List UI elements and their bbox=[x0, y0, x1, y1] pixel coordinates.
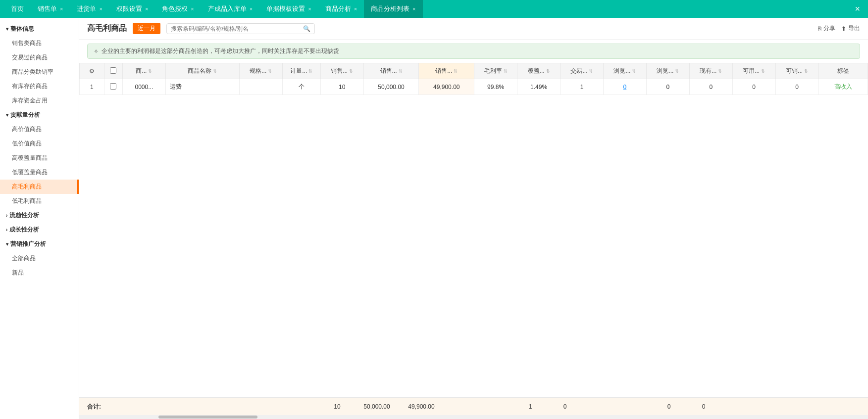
sidebar-group-contribution[interactable]: ▾ 贡献量分析 bbox=[0, 108, 79, 122]
col-header-code-label: 商... bbox=[136, 67, 147, 75]
col-header-browse1[interactable]: 浏览... ⇅ bbox=[603, 63, 646, 79]
cell-num: 1 bbox=[80, 79, 104, 95]
col-header-unit[interactable]: 计量... ⇅ bbox=[282, 63, 320, 79]
nav-purchase[interactable]: 进货单 × bbox=[70, 0, 109, 18]
export-icon: ⬆ bbox=[841, 25, 846, 32]
footer-sales-amt: 50,000.00 bbox=[355, 403, 399, 410]
content-area: 高毛利商品 近一月 🔍 ⎘ 分享 ⬆ 导出 ✧ 企业的主要的利润都是这部分商品创… bbox=[79, 18, 868, 419]
nav-home[interactable]: 首页 bbox=[4, 0, 31, 18]
nav-permissions[interactable]: 权限设置 × bbox=[109, 0, 155, 18]
search-box: 🔍 bbox=[166, 23, 315, 34]
content-header: 高毛利商品 近一月 🔍 ⎘ 分享 ⬆ 导出 bbox=[79, 18, 868, 40]
arrow-trend: › bbox=[6, 213, 7, 218]
nav-close-permissions[interactable]: × bbox=[145, 6, 148, 12]
sort-spec-icon: ⇅ bbox=[268, 69, 272, 74]
sort-code-icon: ⇅ bbox=[148, 69, 152, 74]
col-header-name[interactable]: 商品名称 ⇅ bbox=[165, 63, 239, 79]
sidebar-item-sales-goods[interactable]: 销售类商品 bbox=[0, 36, 79, 50]
cell-stock: 0 bbox=[689, 79, 732, 95]
sidebar-item-all-goods[interactable]: 全部商品 bbox=[0, 251, 79, 266]
col-header-sales-amt-label: 销售... bbox=[380, 67, 397, 75]
bottom-scrollbar[interactable] bbox=[79, 415, 868, 419]
sidebar-item-stocked-goods[interactable]: 有库存的商品 bbox=[0, 79, 79, 93]
sidebar-item-stock-capital[interactable]: 库存资金占用 bbox=[0, 93, 79, 108]
col-header-gross-rate[interactable]: 毛利率 ⇅ bbox=[474, 63, 517, 79]
cell-tag: 高收入 bbox=[818, 79, 868, 95]
cell-browse1[interactable]: 0 bbox=[603, 79, 646, 95]
col-header-tag[interactable]: 标签 bbox=[818, 63, 868, 79]
nav-close-sales[interactable]: × bbox=[60, 6, 63, 12]
sort-sales-amt-icon: ⇅ bbox=[399, 69, 403, 74]
footer-bar: 合计: 10 50,000.00 49,900.00 1 0 0 0 bbox=[79, 397, 868, 415]
footer-available: 0 bbox=[652, 403, 686, 410]
export-button[interactable]: ⬆ 导出 bbox=[841, 24, 860, 33]
search-icon[interactable]: 🔍 bbox=[303, 25, 310, 32]
col-header-stock[interactable]: 现有... ⇅ bbox=[689, 63, 732, 79]
cell-unit: 个 bbox=[282, 79, 320, 95]
sidebar: ▾ 整体信息 销售类商品 交易过的商品 商品分类助销率 有库存的商品 库存资金占… bbox=[0, 18, 79, 419]
main-layout: ▾ 整体信息 销售类商品 交易过的商品 商品分类助销率 有库存的商品 库存资金占… bbox=[0, 18, 868, 419]
sidebar-item-traded-goods[interactable]: 交易过的商品 bbox=[0, 50, 79, 65]
sort-stock-icon: ⇅ bbox=[718, 69, 722, 74]
cell-trans: 1 bbox=[561, 79, 604, 95]
sort-sellable-icon: ⇅ bbox=[804, 69, 808, 74]
col-header-trans[interactable]: 交易... ⇅ bbox=[561, 63, 604, 79]
col-header-sales-profit[interactable]: 销售... ⇅ bbox=[419, 63, 474, 79]
sidebar-item-new-goods[interactable]: 新品 bbox=[0, 266, 79, 280]
sidebar-group-marketing[interactable]: ▾ 营销推广分析 bbox=[0, 237, 79, 251]
share-button[interactable]: ⎘ 分享 bbox=[818, 24, 835, 33]
nav-product-analysis[interactable]: 商品分析 × bbox=[318, 0, 364, 18]
sort-gross-rate-icon: ⇅ bbox=[504, 69, 508, 74]
sidebar-item-low-margin[interactable]: 低毛利商品 bbox=[0, 194, 79, 208]
col-header-sellable[interactable]: 可销... ⇅ bbox=[775, 63, 818, 79]
sidebar-item-high-value[interactable]: 高价值商品 bbox=[0, 122, 79, 137]
col-header-settings[interactable]: ⚙ bbox=[80, 63, 104, 79]
col-header-cover[interactable]: 覆盖... ⇅ bbox=[517, 63, 561, 79]
cell-name: 运费 bbox=[165, 79, 239, 95]
cell-available: 0 bbox=[732, 79, 775, 95]
nav-close-product[interactable]: × bbox=[250, 6, 253, 12]
nav-sales-order[interactable]: 销售单 × bbox=[31, 0, 70, 18]
sidebar-item-high-coverage[interactable]: 高覆盖量商品 bbox=[0, 151, 79, 165]
col-header-sales-amt[interactable]: 销售... ⇅ bbox=[363, 63, 419, 79]
sidebar-group-overview[interactable]: ▾ 整体信息 bbox=[0, 22, 79, 36]
nav-close-analysis[interactable]: × bbox=[354, 6, 357, 12]
nav-close-template[interactable]: × bbox=[308, 6, 311, 12]
sidebar-item-low-value[interactable]: 低价值商品 bbox=[0, 137, 79, 151]
sidebar-group-trend[interactable]: › 流趋性分析 bbox=[0, 208, 79, 223]
nav-close-purchase[interactable]: × bbox=[99, 6, 102, 12]
row-checkbox[interactable] bbox=[110, 83, 116, 90]
col-header-sales-profit-label: 销售... bbox=[435, 67, 452, 75]
sidebar-group-growth[interactable]: › 成长性分析 bbox=[0, 223, 79, 237]
col-header-sellable-label: 可销... bbox=[786, 67, 803, 75]
col-header-code[interactable]: 商... ⇅ bbox=[122, 63, 165, 79]
col-header-spec-label: 规格... bbox=[250, 67, 266, 75]
search-input[interactable] bbox=[171, 25, 303, 32]
sidebar-item-category-rate[interactable]: 商品分类助销率 bbox=[0, 65, 79, 79]
col-header-spec[interactable]: 规格... ⇅ bbox=[239, 63, 282, 79]
sort-browse2-icon: ⇅ bbox=[675, 69, 679, 74]
settings-icon[interactable]: ⚙ bbox=[89, 68, 95, 75]
col-header-check[interactable] bbox=[104, 63, 122, 79]
sort-available-icon: ⇅ bbox=[761, 69, 765, 74]
col-header-gross-rate-label: 毛利率 bbox=[484, 67, 502, 75]
nav-product-analysis-list[interactable]: 商品分析列表 × bbox=[364, 0, 422, 18]
data-table: ⚙ 商... ⇅ 商品名称 bbox=[79, 63, 868, 95]
info-banner: ✧ 企业的主要的利润都是这部分商品创造的，可考虑加大推广，同时关注库存是不要出现… bbox=[87, 44, 860, 59]
nav-close-roles[interactable]: × bbox=[191, 6, 194, 12]
sidebar-item-low-coverage[interactable]: 低覆盖量商品 bbox=[0, 165, 79, 180]
col-header-sales-qty[interactable]: 销售... ⇅ bbox=[320, 63, 363, 79]
col-header-available[interactable]: 可用... ⇅ bbox=[732, 63, 775, 79]
date-filter-button[interactable]: 近一月 bbox=[133, 23, 160, 34]
nav-roles[interactable]: 角色授权 × bbox=[155, 0, 201, 18]
select-all-checkbox[interactable] bbox=[110, 67, 116, 74]
share-icon: ⎘ bbox=[818, 25, 821, 32]
sidebar-item-high-margin[interactable]: 高毛利商品 bbox=[0, 180, 79, 194]
col-header-browse2[interactable]: 浏览... ⇅ bbox=[646, 63, 689, 79]
nav-close-analysis-list[interactable]: × bbox=[412, 6, 415, 12]
nav-template[interactable]: 单据模板设置 × bbox=[259, 0, 318, 18]
nav-close-all[interactable]: × bbox=[851, 4, 864, 14]
cell-check[interactable] bbox=[104, 79, 122, 95]
nav-product-instock[interactable]: 产成品入库单 × bbox=[201, 0, 259, 18]
footer-sales-qty: 10 bbox=[320, 403, 355, 410]
